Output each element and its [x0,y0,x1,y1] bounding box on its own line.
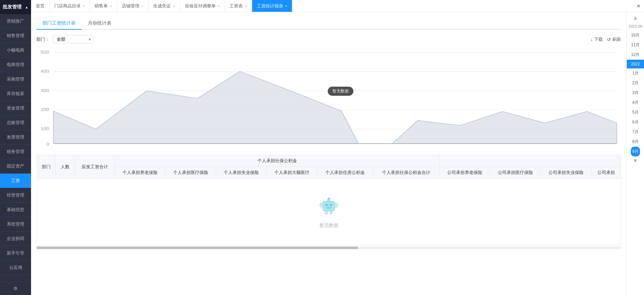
tab-bar: 首页门店商品目录×销售单×店铺管理×生成凭证×应收应付调整单×工资表×工资统计报… [31,0,644,12]
scrollbar-thumb[interactable] [36,246,358,249]
svg-rect-20 [335,203,338,207]
sidebar-header[interactable]: 批发管理 ▲ [0,0,31,14]
tab-close-icon[interactable]: × [83,4,85,8]
table-sub-header: 公司承担养老保险 [439,167,490,179]
calendar-panel: ▲ 2022.09 10月11月12月 2022 1月2月3月4月5月6月7月8… [626,12,644,295]
sidebar-item-资金管理[interactable]: 资金管理 [0,101,31,116]
robot-icon [317,195,341,218]
calendar-month-6月[interactable]: 6月 [629,117,641,127]
sub-tab-月份统计表[interactable]: 月份统计表 [82,18,117,30]
content-area: 部门工资统计表月份统计表 部门： 全部 ↓ 下载 [31,12,644,295]
table-header: 人数 [56,155,75,179]
sidebar-item-云应用[interactable]: 云应用 [0,261,31,275]
tab-close-icon[interactable]: × [245,4,247,8]
sub-tab-bar: 部门工资统计表月份统计表 [36,18,621,30]
tab-close-icon[interactable]: × [173,4,175,8]
calendar-month-2月[interactable]: 2月 [629,78,641,88]
sidebar-item-系统管理[interactable]: 系统管理 [0,217,31,232]
sidebar-item-电商管理[interactable]: 电商管理 [0,58,31,72]
dept-select-wrapper: 全部 [53,35,93,43]
svg-rect-21 [325,211,328,214]
calendar-month-8月[interactable]: 8月 [629,137,641,147]
tab-label: 销售单 [95,3,108,9]
tab-应收应付调整单[interactable]: 应收应付调整单× [180,0,225,12]
tab-close-icon[interactable]: × [110,4,112,8]
sidebar-item-库存核算[interactable]: 库存核算 [0,87,31,101]
svg-rect-17 [328,199,330,202]
tab-工资统计报表[interactable]: 工资统计报表× [252,0,292,12]
sidebar-item-基础信息[interactable]: 基础信息 [0,203,31,217]
tab-close-icon[interactable]: × [141,4,143,8]
download-icon: ↓ [590,37,593,42]
tab-label: 店铺管理 [122,3,139,9]
table-sub-header: 公司承担失业保险 [541,167,591,179]
svg-rect-15 [329,204,332,206]
chart-tooltip: 暂无数据 [328,87,353,96]
calendar-year-2022[interactable]: 2022 [627,60,644,68]
toolbar: 部门： 全部 ↓ 下载 ↺ 刷新 [36,35,621,43]
calendar-month-5月[interactable]: 5月 [629,108,641,117]
calendar-month-12月[interactable]: 12月 [630,50,641,60]
calendar-down-nav[interactable]: ▼ [632,156,640,165]
empty-text: 暂无数据 [319,223,338,229]
sidebar-item-固定资产[interactable]: 固定资产 [0,159,31,174]
sidebar-title: 批发管理 [3,4,22,10]
calendar-up-nav[interactable]: ▲ [632,13,640,22]
dept-select[interactable]: 全部 [53,35,93,43]
close-all-button[interactable]: ✕ [637,3,641,9]
svg-rect-22 [330,211,332,214]
sidebar-settings[interactable]: ⚙ [0,282,31,295]
sidebar-item-税务管理[interactable]: 税务管理 [0,145,31,159]
download-button[interactable]: ↓ 下载 [590,36,603,42]
table-area: 部门人数应发工资合计个人承担社保公积金 个人承担养老保险个人承担医疗保险个人承担… [36,155,621,290]
tab-销售单[interactable]: 销售单× [90,0,117,12]
horizontal-scrollbar[interactable] [36,246,621,249]
table-sub-header: 个人承担住房公积金 [317,167,373,179]
calendar-month-10月[interactable]: 10月 [630,30,641,40]
tab-首页[interactable]: 首页 [31,0,50,12]
download-label: 下载 [594,36,603,42]
svg-rect-13 [323,201,335,211]
calendar-month-9月[interactable]: 9月 [631,147,640,156]
table-sub-header: 个人承担养老保险 [115,167,165,179]
sidebar-item-企业协同[interactable]: 企业协同 [0,232,31,246]
tab-close-icon[interactable]: × [218,4,220,8]
page-body: 部门工资统计表月份统计表 部门： 全部 ↓ 下载 [31,12,626,295]
calendar-month-11月[interactable]: 11月 [630,40,641,50]
refresh-button[interactable]: ↺ 刷新 [607,36,621,42]
tab-close-icon[interactable]: × [285,4,287,8]
table-sub-header: 个人承担社保公积金合计 [373,167,439,179]
sidebar-item-销售管理[interactable]: 销售管理 [0,29,31,43]
tab-生成凭证[interactable]: 生成凭证× [149,0,180,12]
tab-门店商品目录[interactable]: 门店商品目录× [50,0,90,12]
sidebar-item-总账管理[interactable]: 总账管理 [0,116,31,130]
calendar-month-1月[interactable]: 1月 [629,68,641,78]
svg-text:200: 200 [41,107,49,112]
sidebar-item-小畅电商[interactable]: 小畅电商 [0,43,31,58]
svg-rect-16 [326,207,332,209]
svg-point-18 [328,198,329,199]
sidebar-item-营销推广[interactable]: 营销推广 [0,14,31,29]
sidebar-item-经营管理[interactable]: 经营管理 [0,188,31,203]
tab-label: 首页 [36,3,45,9]
tab-label: 应收应付调整单 [185,3,216,9]
sub-tab-部门工资统计表[interactable]: 部门工资统计表 [36,18,82,30]
svg-text:500: 500 [41,50,49,55]
calendar-year-label[interactable]: 2022.09 [627,22,644,30]
table-header: 部门 [37,155,56,179]
svg-rect-19 [320,203,323,207]
calendar-month-4月[interactable]: 4月 [629,98,641,108]
sidebar-arrow-icon: ▲ [25,5,28,9]
table-header [439,155,621,167]
tab-工资表[interactable]: 工资表× [225,0,252,12]
dept-label: 部门： [36,36,50,42]
sidebar-item-采购管理[interactable]: 采购管理 [0,72,31,87]
calendar-month-7月[interactable]: 7月 [629,127,641,137]
calendar-month-3月[interactable]: 3月 [629,88,641,98]
tab-店铺管理[interactable]: 店铺管理× [117,0,149,12]
table-header: 个人承担社保公积金 [115,155,439,167]
sidebar-item-工资[interactable]: 工资 [0,174,31,188]
sidebar-item-发票管理[interactable]: 发票管理 [0,130,31,145]
sidebar-item-新手引导[interactable]: 新手引导 [0,246,31,261]
sidebar: 批发管理 ▲ 营销推广销售管理小畅电商电商管理采购管理库存核算资金管理总账管理发… [0,0,31,295]
